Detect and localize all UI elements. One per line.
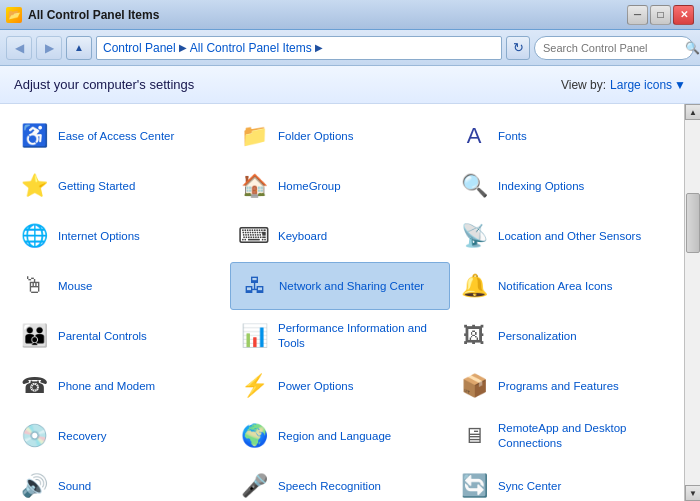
window-controls: ─ □ ✕ — [627, 5, 694, 25]
page-title: Adjust your computer's settings — [14, 77, 194, 92]
item-icon-homegroup: 🏠 — [238, 170, 270, 202]
item-label-homegroup: HomeGroup — [278, 179, 341, 194]
title-bar-left: 📂 All Control Panel Items — [6, 7, 159, 23]
content-header: Adjust your computer's settings View by:… — [0, 66, 700, 104]
item-icon-recovery: 💿 — [18, 420, 50, 452]
item-icon-keyboard: ⌨ — [238, 220, 270, 252]
control-item-folder-options[interactable]: 📁Folder Options — [230, 112, 450, 160]
main-area: Adjust your computer's settings View by:… — [0, 66, 700, 501]
control-item-homegroup[interactable]: 🏠HomeGroup — [230, 162, 450, 210]
item-icon-region-language: 🌍 — [238, 420, 270, 452]
control-item-phone-modem[interactable]: ☎Phone and Modem — [10, 362, 230, 410]
item-label-ease-of-access: Ease of Access Center — [58, 129, 174, 144]
address-bar: ◀ ▶ ▲ Control Panel ▶ All Control Panel … — [0, 30, 700, 66]
search-input[interactable] — [543, 42, 681, 54]
item-icon-speech-recognition: 🎤 — [238, 470, 270, 501]
breadcrumb-item-controlpanel[interactable]: Control Panel — [103, 41, 176, 55]
refresh-button[interactable]: ↻ — [506, 36, 530, 60]
control-item-sound[interactable]: 🔊Sound — [10, 462, 230, 501]
up-button[interactable]: ▲ — [66, 36, 92, 60]
items-grid: ♿Ease of Access Center📁Folder OptionsAFo… — [10, 112, 670, 501]
back-button[interactable]: ◀ — [6, 36, 32, 60]
control-item-network-sharing[interactable]: 🖧Network and Sharing Center — [230, 262, 450, 310]
maximize-button[interactable]: □ — [650, 5, 671, 25]
item-label-keyboard: Keyboard — [278, 229, 327, 244]
title-bar: 📂 All Control Panel Items ─ □ ✕ — [0, 0, 700, 30]
item-label-phone-modem: Phone and Modem — [58, 379, 155, 394]
scrollbar-thumb[interactable] — [686, 193, 700, 253]
control-item-fonts[interactable]: AFonts — [450, 112, 670, 160]
control-item-location-sensors[interactable]: 📡Location and Other Sensors — [450, 212, 670, 260]
item-label-recovery: Recovery — [58, 429, 107, 444]
breadcrumb-item-allitems[interactable]: All Control Panel Items — [190, 41, 312, 55]
item-label-remoteapp: RemoteApp and Desktop Connections — [498, 421, 662, 451]
control-item-indexing-options[interactable]: 🔍Indexing Options — [450, 162, 670, 210]
view-mode-dropdown-icon: ▼ — [674, 78, 686, 92]
scrollbar-down-button[interactable]: ▼ — [685, 485, 700, 501]
item-label-network-sharing: Network and Sharing Center — [279, 279, 424, 294]
item-icon-location-sensors: 📡 — [458, 220, 490, 252]
item-label-sound: Sound — [58, 479, 91, 494]
control-item-speech-recognition[interactable]: 🎤Speech Recognition — [230, 462, 450, 501]
control-item-sync-center[interactable]: 🔄Sync Center — [450, 462, 670, 501]
search-icon: 🔍 — [685, 41, 700, 55]
control-item-parental-controls[interactable]: 👪Parental Controls — [10, 312, 230, 360]
item-icon-programs-features: 📦 — [458, 370, 490, 402]
item-label-speech-recognition: Speech Recognition — [278, 479, 381, 494]
item-icon-parental-controls: 👪 — [18, 320, 50, 352]
view-mode-selector[interactable]: Large icons ▼ — [610, 78, 686, 92]
item-icon-performance: 📊 — [238, 320, 270, 352]
items-area: ♿Ease of Access Center📁Folder OptionsAFo… — [0, 104, 684, 501]
item-icon-sound: 🔊 — [18, 470, 50, 501]
item-label-personalization: Personalization — [498, 329, 577, 344]
item-label-location-sensors: Location and Other Sensors — [498, 229, 641, 244]
item-icon-notification-icons: 🔔 — [458, 270, 490, 302]
item-icon-mouse: 🖱 — [18, 270, 50, 302]
control-item-programs-features[interactable]: 📦Programs and Features — [450, 362, 670, 410]
content-wrapper: ♿Ease of Access Center📁Folder OptionsAFo… — [0, 104, 700, 501]
item-label-folder-options: Folder Options — [278, 129, 353, 144]
view-by-label: View by: — [561, 78, 606, 92]
control-item-notification-icons[interactable]: 🔔Notification Area Icons — [450, 262, 670, 310]
item-icon-personalization: 🖼 — [458, 320, 490, 352]
close-button[interactable]: ✕ — [673, 5, 694, 25]
scrollbar-track-inner — [685, 120, 700, 485]
control-item-recovery[interactable]: 💿Recovery — [10, 412, 230, 460]
scrollbar: ▲ ▼ — [684, 104, 700, 501]
control-item-keyboard[interactable]: ⌨Keyboard — [230, 212, 450, 260]
item-icon-sync-center: 🔄 — [458, 470, 490, 501]
item-label-notification-icons: Notification Area Icons — [498, 279, 612, 294]
item-icon-getting-started: ⭐ — [18, 170, 50, 202]
control-item-personalization[interactable]: 🖼Personalization — [450, 312, 670, 360]
control-item-ease-of-access[interactable]: ♿Ease of Access Center — [10, 112, 230, 160]
control-item-mouse[interactable]: 🖱Mouse — [10, 262, 230, 310]
item-label-sync-center: Sync Center — [498, 479, 561, 494]
view-mode-label: Large icons — [610, 78, 672, 92]
control-item-remoteapp[interactable]: 🖥RemoteApp and Desktop Connections — [450, 412, 670, 460]
window-title: All Control Panel Items — [28, 8, 159, 22]
item-icon-folder-options: 📁 — [238, 120, 270, 152]
control-item-power-options[interactable]: ⚡Power Options — [230, 362, 450, 410]
item-label-mouse: Mouse — [58, 279, 93, 294]
control-item-region-language[interactable]: 🌍Region and Language — [230, 412, 450, 460]
item-icon-phone-modem: ☎ — [18, 370, 50, 402]
item-label-internet-options: Internet Options — [58, 229, 140, 244]
item-icon-internet-options: 🌐 — [18, 220, 50, 252]
item-label-region-language: Region and Language — [278, 429, 391, 444]
item-icon-power-options: ⚡ — [238, 370, 270, 402]
item-label-power-options: Power Options — [278, 379, 353, 394]
minimize-button[interactable]: ─ — [627, 5, 648, 25]
control-item-performance[interactable]: 📊Performance Information and Tools — [230, 312, 450, 360]
forward-button[interactable]: ▶ — [36, 36, 62, 60]
item-label-indexing-options: Indexing Options — [498, 179, 584, 194]
search-bar: 🔍 — [534, 36, 694, 60]
scrollbar-up-button[interactable]: ▲ — [685, 104, 700, 120]
control-item-getting-started[interactable]: ⭐Getting Started — [10, 162, 230, 210]
item-icon-remoteapp: 🖥 — [458, 420, 490, 452]
item-icon-network-sharing: 🖧 — [239, 270, 271, 302]
breadcrumb[interactable]: Control Panel ▶ All Control Panel Items … — [96, 36, 502, 60]
item-label-fonts: Fonts — [498, 129, 527, 144]
item-label-getting-started: Getting Started — [58, 179, 135, 194]
control-item-internet-options[interactable]: 🌐Internet Options — [10, 212, 230, 260]
breadcrumb-end-arrow: ▶ — [315, 42, 323, 53]
